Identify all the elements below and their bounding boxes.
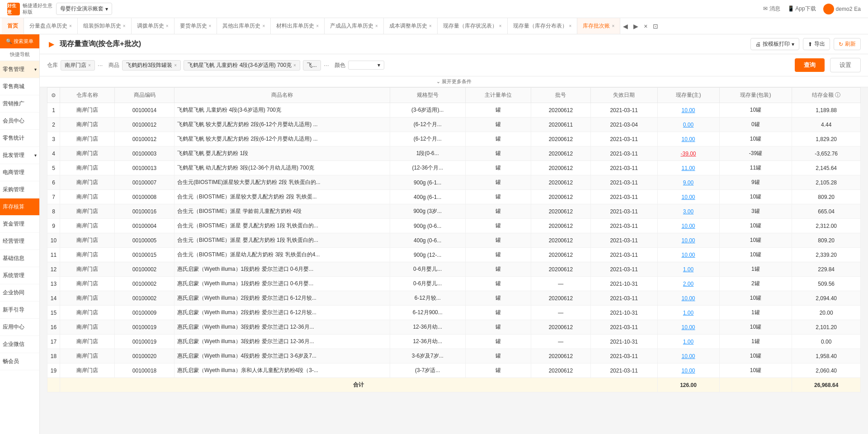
sidebar-item-system[interactable]: 系统管理	[0, 267, 39, 284]
tab-10[interactable]: 现存量（库存分布表） ×	[508, 18, 578, 34]
tab-11[interactable]: 库存批次账 ×	[577, 18, 620, 34]
account-selector[interactable]: 母婴行业演示账套 ▾	[56, 3, 112, 15]
tab-next-btn[interactable]: ▶	[631, 23, 641, 30]
cell-spec: 400g (6-1...	[390, 190, 465, 204]
tab-3[interactable]: 调拨单历史 ×	[132, 18, 175, 34]
tab-close-11[interactable]: ×	[612, 24, 614, 28]
sidebar-item-inventory[interactable]: 库存核算	[0, 198, 39, 216]
sidebar-item-finance[interactable]: 资金管理	[0, 216, 39, 233]
goods-tag-1[interactable]: 飞鹤奶粉3段阵罐装 ×	[122, 60, 181, 71]
cell-name: 惠氏启蒙（Wyeth illuma）2段奶粉 爱尔兰进口 6-12月较...	[174, 291, 390, 306]
cell-qty-main[interactable]: 1.00	[657, 306, 719, 320]
tab-prev-btn[interactable]: ◀	[620, 23, 631, 30]
quick-nav-button[interactable]: 快捷导航	[0, 48, 39, 61]
goods-tag1-close[interactable]: ×	[174, 63, 177, 68]
cell-qty-main[interactable]: 10.00	[657, 219, 719, 233]
cell-unit: 罐	[466, 204, 531, 219]
tab-5[interactable]: 其他出库单历史 ×	[217, 18, 271, 34]
sidebar-item-guide[interactable]: 新手引导	[0, 302, 39, 319]
cell-qty-main[interactable]: 0.00	[657, 118, 719, 132]
goods-tag-2[interactable]: 飞鹤星飞帆 儿童奶粉 4段(3-6岁适用) 700克 ×	[184, 60, 300, 71]
expand-more-bar[interactable]: ⌄ 展开更多条件	[40, 76, 868, 87]
sidebar-item-member-program[interactable]: 畅会员	[0, 353, 39, 370]
tab-close-10[interactable]: ×	[569, 24, 572, 28]
table-settings-col[interactable]: ⚙	[47, 88, 60, 103]
sidebar-item-ecommerce[interactable]: 电商管理	[0, 164, 39, 181]
app-download-button[interactable]: 📱 App下载	[788, 5, 816, 13]
sidebar-item-retail-store[interactable]: 零售商城	[0, 78, 39, 95]
settings-button[interactable]: 设置	[830, 58, 861, 72]
tab-7[interactable]: 产成品入库单历史 ×	[325, 18, 384, 34]
cell-qty-main[interactable]: 1.00	[657, 335, 719, 349]
tab-home[interactable]: 首页	[2, 18, 24, 34]
sidebar-item-marketing[interactable]: 营销推广	[0, 95, 39, 113]
cell-qty-main[interactable]: 10.00	[657, 349, 719, 363]
export-button[interactable]: ⬆ 导出	[803, 38, 830, 50]
tab-fullscreen-btn[interactable]: ⊡	[650, 23, 661, 30]
goods-tag2-close[interactable]: ×	[293, 63, 296, 68]
warehouse-more-icon[interactable]: ···	[98, 61, 103, 69]
goods-more-icon[interactable]: ···	[324, 61, 329, 69]
template-print-button[interactable]: 🖨 按模板打印 ▾	[750, 38, 799, 50]
cell-qty-main[interactable]: 10.00	[657, 248, 719, 262]
cell-qty-main[interactable]: 10.00	[657, 103, 719, 118]
tab-close-3[interactable]: ×	[166, 24, 169, 28]
sidebar-item-retail-management[interactable]: 零售管理 ▾	[0, 61, 39, 78]
sidebar-item-purchase[interactable]: 采购管理	[0, 181, 39, 198]
refresh-button[interactable]: ↻ 刷新	[834, 38, 861, 50]
tab-close-5[interactable]: ×	[262, 24, 265, 28]
cell-qty-main[interactable]: -39.00	[657, 146, 719, 161]
tab-2[interactable]: 组装拆卸单历史 ×	[78, 18, 132, 34]
tab-close-4[interactable]: ×	[209, 24, 212, 28]
tab-close-9[interactable]: ×	[499, 24, 502, 28]
tab-close-2[interactable]: ×	[123, 24, 126, 28]
sidebar-item-wholesale[interactable]: 批发管理 ▾	[0, 147, 39, 164]
sidebar-item-basic-info[interactable]: 基础信息	[0, 250, 39, 267]
cell-qty-main[interactable]: 2.00	[657, 277, 719, 291]
cell-qty-main[interactable]: 10.00	[657, 233, 719, 248]
cell-name: 合生元（BIOSTIME）派星 婴儿配方奶粉 1段 乳铁蛋白的...	[174, 219, 390, 233]
cell-qty-pack: -39罐	[719, 146, 792, 161]
goods-tag-more[interactable]: 飞...	[303, 60, 321, 71]
sidebar-item-app-center[interactable]: 应用中心	[0, 319, 39, 336]
cell-qty-main[interactable]: 3.00	[657, 204, 719, 219]
tab-close-7[interactable]: ×	[375, 24, 378, 28]
cell-batch: 20200612	[531, 175, 590, 190]
cell-qty-main[interactable]: 10.00	[657, 291, 719, 306]
cell-code: 00100009	[115, 306, 175, 320]
query-button[interactable]: 查询	[795, 58, 825, 72]
tab-8[interactable]: 成本调整单历史 ×	[384, 18, 438, 34]
cell-qty-main[interactable]: 10.00	[657, 363, 719, 378]
message-button[interactable]: ✉ 消息	[763, 5, 780, 13]
tab-close-1[interactable]: ×	[69, 24, 72, 28]
tab-9[interactable]: 现存量（库存状况表） ×	[438, 18, 508, 34]
tab-1[interactable]: 分量盘点单历史 ×	[24, 18, 78, 34]
warehouse-tag-close[interactable]: ×	[88, 63, 91, 68]
expand-sidebar-icon[interactable]: ▶	[47, 40, 56, 48]
sidebar-item-retail-stats[interactable]: 零售统计	[0, 130, 39, 147]
cell-qty-main[interactable]: 10.00	[657, 132, 719, 146]
sidebar-item-enterprise-wechat[interactable]: 企业微信	[0, 336, 39, 353]
cell-qty-main[interactable]: 9.00	[657, 175, 719, 190]
cell-qty-pack: 3罐	[719, 204, 792, 219]
tab-4[interactable]: 要货单历史 ×	[175, 18, 217, 34]
sidebar-item-management[interactable]: 经营管理	[0, 233, 39, 250]
summary-row: 合计 126.00 26,968.64	[47, 378, 861, 392]
tab-6[interactable]: 材料出库单历史 ×	[271, 18, 325, 34]
warehouse-tag[interactable]: 南岸门店 ×	[61, 60, 95, 71]
search-menu-button[interactable]: 🔍 搜索菜单	[0, 34, 39, 48]
tab-close-6[interactable]: ×	[316, 24, 319, 28]
color-select[interactable]: ▾	[348, 61, 384, 70]
cell-qty-main[interactable]: 10.00	[657, 190, 719, 204]
cell-warehouse: 南岸门店	[60, 262, 115, 277]
sidebar-item-enterprise-collab[interactable]: 企业协同	[0, 284, 39, 302]
cell-qty-main[interactable]: 11.00	[657, 161, 719, 175]
cell-qty-main[interactable]: 1.00	[657, 262, 719, 277]
user-avatar[interactable]: demo2 Ea	[823, 4, 861, 14]
inventory-table: ⚙ 仓库名称 商品编码 商品名称 规格型号 主计量单位 批号 失效日期 现存量(…	[47, 87, 861, 392]
sidebar-item-member[interactable]: 会员中心	[0, 113, 39, 130]
tab-close-all-btn[interactable]: ×	[641, 23, 650, 30]
cell-amount: 2,060.40	[792, 363, 861, 378]
cell-qty-main[interactable]: 10.00	[657, 320, 719, 335]
tab-close-8[interactable]: ×	[429, 24, 432, 28]
